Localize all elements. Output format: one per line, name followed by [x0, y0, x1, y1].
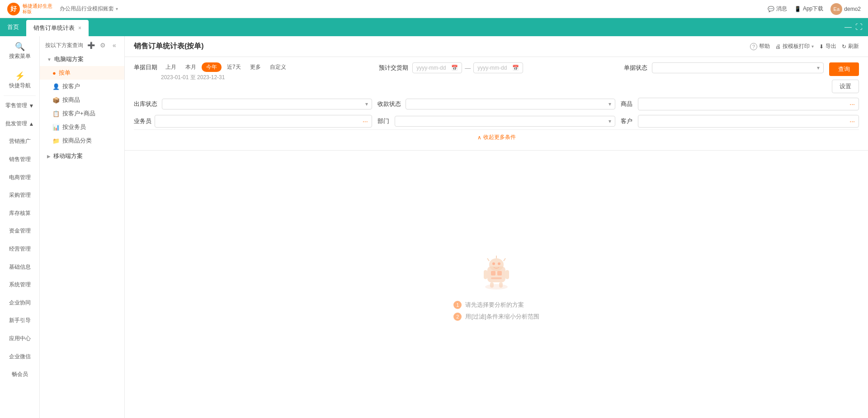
collapse-more-btn[interactable]: ∧ 收起更多条件 [134, 129, 859, 145]
retail-arrow-icon: ▼ [29, 103, 34, 109]
date-btn-this-month[interactable]: 本月 [182, 62, 200, 72]
payment-status-label: 收款状态 [377, 100, 403, 108]
export-btn[interactable]: ⬇ 导出 [819, 43, 836, 50]
tree-section-mobile[interactable]: ▶ 移动端方案 [40, 149, 124, 163]
sidebar-item-retail[interactable]: 零售管理 ▼ [0, 97, 39, 115]
sidebar-label-finance: 资金管理 [9, 228, 31, 235]
sidebar-item-sales[interactable]: 销售管理 [0, 151, 39, 169]
tree-item-by-customer[interactable]: 👤 按客户 [40, 80, 124, 93]
sidebar-item-inventory[interactable]: 库存核算 [0, 204, 39, 223]
goods-input[interactable]: ··· [638, 98, 859, 110]
tree-item-by-order[interactable]: ● 按单 [40, 66, 124, 80]
payment-status-select[interactable]: ▾ [406, 99, 616, 109]
search-icon: 🔍 [15, 42, 25, 52]
tab-close-btn[interactable]: × [78, 25, 81, 31]
left-panel: 按以下方案查询 ➕ ⚙ « ▼ 电脑端方案 ● 按单 👤 按客户 📦 [40, 36, 125, 418]
status-arrow-icon: ▾ [817, 65, 820, 71]
salesman-input[interactable]: ··· [155, 115, 372, 128]
sidebar-item-enterprise[interactable]: 企业协同 [0, 294, 39, 312]
customer-input[interactable]: ··· [638, 115, 859, 128]
sidebar-item-purchase[interactable]: 采购管理 [0, 186, 39, 204]
breadcrumb-text: 办公用品行业模拟账套 [60, 5, 114, 13]
sidebar-item-newbie[interactable]: 新手引导 [0, 312, 39, 330]
settings-scheme-btn[interactable]: ⚙ [98, 41, 107, 50]
date-label: 单据日期 [134, 63, 159, 71]
sidebar-item-wholesale[interactable]: 批发管理 ▲ [0, 115, 39, 133]
left-panel-header: 按以下方案查询 ➕ ⚙ « [40, 36, 124, 52]
tab-home[interactable]: 首页 [0, 18, 26, 36]
tab-actions: — ⛶ [844, 23, 868, 31]
tree-item-by-salesman[interactable]: 📊 按业务员 [40, 120, 124, 134]
query-btn[interactable]: 查询 [829, 62, 859, 76]
breadcrumb-arrow[interactable]: ▾ [116, 6, 118, 11]
date-btn-more[interactable]: 更多 [246, 62, 264, 72]
svg-line-12 [487, 258, 489, 261]
delivery-status-select[interactable]: ▾ [162, 99, 372, 109]
sidebar-item-search[interactable]: 🔍 搜索菜单 [0, 36, 39, 66]
quick-nav-icon: ⚡ [15, 71, 25, 81]
sidebar-label-quick-nav: 快捷导航 [9, 82, 31, 90]
tree-section-pc[interactable]: ▼ 电脑端方案 [40, 52, 124, 66]
delivery-date-end-input[interactable]: yyyy-mm-dd 📅 [473, 62, 523, 73]
sidebar-item-quick-nav[interactable]: ⚡ 快捷导航 [0, 66, 39, 95]
app-download-btn[interactable]: 📱 App下载 [794, 5, 823, 13]
date-shortcuts: 上月 本月 今年 近7天 更多 自定义 [162, 62, 290, 72]
sidebar-label-marketing: 营销推广 [9, 138, 31, 145]
help-btn[interactable]: ? 帮助 [750, 43, 770, 50]
user-avatar-area[interactable]: Ea demo2 [830, 3, 861, 15]
template-print-btn[interactable]: 🖨 按模板打印 ▾ [775, 43, 814, 50]
date-btn-custom[interactable]: 自定义 [266, 62, 290, 72]
main-layout: 🔍 搜索菜单 ⚡ 快捷导航 零售管理 ▼ 批发管理 ▲ 营销推广 销售管理 电商… [0, 36, 868, 418]
tab-maximize-btn[interactable]: ⛶ [855, 23, 863, 31]
tree-arrow-pc: ▼ [47, 57, 52, 62]
logo-area: 好 畅捷通好生意 标版 [7, 3, 52, 15]
date-btn-last-month[interactable]: 上月 [162, 62, 180, 72]
delivery-date-start-input[interactable]: yyyy-mm-dd 📅 [412, 62, 462, 73]
sidebar-label-newbie: 新手引导 [9, 317, 31, 324]
svg-point-9 [489, 258, 504, 271]
sidebar-label-basic: 基础信息 [9, 264, 31, 271]
sidebar: 🔍 搜索菜单 ⚡ 快捷导航 零售管理 ▼ 批发管理 ▲ 营销推广 销售管理 电商… [0, 36, 40, 418]
empty-tip-1: 1 请先选择要分析的方案 [453, 301, 539, 309]
left-panel-actions: ➕ ⚙ « [86, 41, 119, 50]
sidebar-item-wechat[interactable]: 企业微信 [0, 348, 39, 366]
by-customer-label: 按客户 [62, 82, 80, 90]
sidebar-item-member[interactable]: 畅会员 [0, 366, 39, 384]
date-btn-7days[interactable]: 近7天 [223, 62, 245, 72]
salesman-dots: ··· [363, 118, 368, 125]
dept-select[interactable]: ▾ [395, 116, 616, 127]
sidebar-item-finance[interactable]: 资金管理 [0, 222, 39, 240]
sidebar-item-system[interactable]: 系统管理 [0, 276, 39, 294]
tree-item-by-cust-prod[interactable]: 📋 按客户+商品 [40, 107, 124, 120]
sidebar-item-basic[interactable]: 基础信息 [0, 258, 39, 276]
sidebar-label-wholesale: 批发管理 [5, 120, 27, 128]
sidebar-item-marketing[interactable]: 营销推广 [0, 133, 39, 151]
sidebar-item-ecommerce[interactable]: 电商管理 [0, 169, 39, 187]
tree-item-by-category[interactable]: 📁 按商品分类 [40, 134, 124, 147]
add-scheme-btn[interactable]: ➕ [86, 41, 95, 50]
dept-label: 部门 [377, 117, 392, 125]
sidebar-item-appcenter[interactable]: 应用中心 [0, 330, 39, 348]
message-btn[interactable]: 💬 消息 [768, 5, 787, 13]
tree-label-mobile: 移动端方案 [53, 152, 83, 160]
svg-point-11 [498, 262, 500, 265]
tip-2-text: 用[过滤]条件来缩小分析范围 [465, 313, 539, 321]
refresh-btn[interactable]: ↻ 刷新 [842, 43, 859, 50]
collapse-panel-btn[interactable]: « [110, 41, 119, 50]
help-icon: ? [750, 43, 757, 50]
setting-btn[interactable]: 设置 [832, 80, 859, 93]
avatar: Ea [830, 3, 842, 15]
tab-minimize-btn[interactable]: — [844, 23, 852, 31]
help-label: 帮助 [759, 43, 770, 50]
tree-label-pc: 电脑端方案 [54, 55, 84, 63]
logo-icon: 好 [7, 3, 20, 15]
date-btn-this-year[interactable]: 今年 [202, 62, 222, 72]
tree-item-by-product[interactable]: 📦 按商品 [40, 93, 124, 107]
tab-active[interactable]: 销售订单统计表 × [26, 20, 89, 36]
by-salesman-icon: 📊 [52, 124, 60, 131]
wholesale-arrow-icon: ▲ [29, 121, 34, 127]
status-select[interactable]: ▾ [652, 62, 824, 73]
by-product-label: 按商品 [62, 96, 80, 104]
goods-label: 商品 [621, 100, 635, 108]
sidebar-item-operations[interactable]: 经营管理 [0, 240, 39, 258]
